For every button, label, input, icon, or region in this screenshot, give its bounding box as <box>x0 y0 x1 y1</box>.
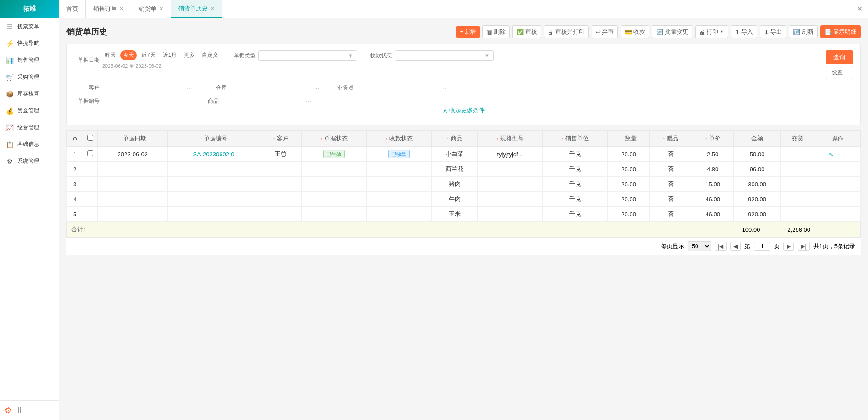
row1-more-btn[interactable]: ⋮⋮ <box>837 152 847 157</box>
row1-trade <box>780 147 815 162</box>
row1-select[interactable] <box>87 150 93 156</box>
row1-doc-no[interactable]: SA-20230602-0 <box>168 147 260 162</box>
salesperson-input[interactable] <box>356 84 438 92</box>
row1-price: 2.50 <box>692 147 733 162</box>
col-gift[interactable]: ↕ 赠品 <box>650 131 692 147</box>
date-tab-yesterday[interactable]: 昨天 <box>102 50 119 60</box>
row1-edit-btn[interactable]: ✎ <box>829 152 833 157</box>
sidebar-item-finance[interactable]: 💰 资金管理 <box>0 102 59 119</box>
print-button[interactable]: 🖨 打印 ▼ <box>695 25 728 38</box>
tab-sales-order[interactable]: 销售订单 ✕ <box>86 0 131 18</box>
warehouse-dots[interactable]: ··· <box>314 85 320 92</box>
sidebar-item-sales[interactable]: 📊 销售管理 <box>0 52 59 69</box>
tab-sales-delivery-close[interactable]: ✕ <box>159 6 163 12</box>
date-tab-1month[interactable]: 近1月 <box>160 50 180 60</box>
page-label: 第 <box>744 242 750 250</box>
row1-doc-status-badge: 已生效 <box>323 150 345 158</box>
col-price[interactable]: ↕ 单价 <box>692 131 733 147</box>
basicinfo-icon: 📋 <box>5 141 14 148</box>
page-content: 销货单历史 + 新增 🗑 删除 ✅ 审核 🖨 审核并打印 ↩ 弃审 <box>59 18 868 420</box>
last-page-button[interactable]: ▶| <box>798 242 809 251</box>
row1-customer: 王总 <box>260 147 301 162</box>
settings-bottom-icon[interactable]: ⚙ <box>5 405 12 415</box>
row4-index: 4 <box>67 192 83 207</box>
page-input[interactable] <box>754 242 770 251</box>
customer-input[interactable] <box>102 84 184 92</box>
date-filter-item: 单据日期 昨天 今天 近7天 近1月 更多 自定义 2023-06-02 至 2… <box>74 50 221 70</box>
export-button[interactable]: ⬇ 导出 <box>760 25 786 38</box>
sidebar-item-operations[interactable]: 📈 经营管理 <box>0 119 59 136</box>
salesperson-dots[interactable]: ··· <box>441 85 447 92</box>
collapse-button[interactable]: ∧ 收起更多条件 <box>443 106 485 115</box>
col-trade: 交货 <box>780 131 815 147</box>
col-unit[interactable]: ↕ 销售单位 <box>542 131 607 147</box>
date-filter-label: 单据日期 <box>74 56 100 64</box>
query-button[interactable]: 查询 <box>826 50 853 64</box>
filter-row-1: 单据日期 昨天 今天 近7天 近1月 更多 自定义 2023-06-02 至 2… <box>74 50 853 79</box>
table-row: 5 玉米 千克 20.00 否 46.00 920.00 <box>67 207 861 222</box>
collect-button[interactable]: 💳 收款 <box>621 25 649 38</box>
col-pay-status[interactable]: ↕ 收款状态 <box>366 131 431 147</box>
row4-unit: 千克 <box>542 192 607 207</box>
batch-change-button[interactable]: 🔄 批量变更 <box>652 25 692 38</box>
review-button[interactable]: ✅ 审核 <box>512 25 541 38</box>
select-all-checkbox[interactable] <box>87 135 93 141</box>
warehouse-input[interactable] <box>230 84 311 92</box>
page-size-select[interactable]: 50 100 200 <box>688 241 711 251</box>
settings-button[interactable]: 设置 <box>826 66 853 79</box>
next-page-button[interactable]: ▶ <box>783 242 794 251</box>
sidebar-item-inventory[interactable]: 📦 库存核算 <box>0 85 59 102</box>
customer-label: 客户 <box>74 84 100 92</box>
filter-actions: 查询 设置 <box>826 50 853 79</box>
date-tab-more[interactable]: 更多 <box>181 50 197 60</box>
date-tab-custom[interactable]: 自定义 <box>199 50 221 60</box>
doc-no-input[interactable] <box>102 97 184 105</box>
row1-doc-no-link[interactable]: SA-20230602-0 <box>193 151 234 158</box>
col-doc-no[interactable]: ↕ 单据编号 <box>168 131 260 147</box>
sidebar-item-basic-info[interactable]: 📋 基础信息 <box>0 136 59 153</box>
tab-sales-order-close[interactable]: ✕ <box>120 6 124 12</box>
doc-type-select[interactable]: ▼ <box>258 50 357 61</box>
col-goods[interactable]: ↕ 商品 <box>431 131 477 147</box>
col-spec[interactable]: ↕ 规格型号 <box>477 131 542 147</box>
prev-page-button[interactable]: ◀ <box>730 242 741 251</box>
tab-sales-history[interactable]: 销货单历史 ✕ <box>171 0 222 18</box>
customer-dots[interactable]: ··· <box>187 85 192 92</box>
row1-date: 2023-06-02 <box>98 147 168 162</box>
col-date[interactable]: ↕ 单据日期 <box>98 131 168 147</box>
sidebar-item-system[interactable]: ⚙ 系统管理 <box>0 153 59 170</box>
col-doc-status[interactable]: ↕ 单据状态 <box>302 131 367 147</box>
goods-dots[interactable]: ··· <box>306 98 311 105</box>
tab-sales-history-close[interactable]: ✕ <box>211 5 215 11</box>
collapse-icon[interactable]: ⏸ <box>15 405 24 415</box>
warehouse-filter: 仓库 ··· <box>201 84 320 92</box>
col-customer[interactable]: ↕ 客户 <box>260 131 301 147</box>
col-qty[interactable]: ↕ 数量 <box>607 131 649 147</box>
row2-action <box>815 162 860 177</box>
row3-amount: 300.00 <box>734 177 780 192</box>
tab-sales-delivery[interactable]: 销货单 ✕ <box>131 0 171 18</box>
tab-home[interactable]: 首页 <box>59 0 86 18</box>
goods-filter: 商品 ··· <box>193 97 311 105</box>
payment-status-select[interactable]: ▼ <box>395 50 494 61</box>
search-icon: ☰ <box>5 23 14 30</box>
date-tab-7days[interactable]: 近7天 <box>139 50 158 60</box>
abandon-button[interactable]: ↩ 弃审 <box>592 25 618 38</box>
sidebar-item-purchase[interactable]: 🛒 采购管理 <box>0 69 59 85</box>
show-detail-button[interactable]: 📑 显示明细 <box>820 25 861 38</box>
first-page-button[interactable]: |◀ <box>715 242 727 251</box>
date-tab-today[interactable]: 今天 <box>120 50 137 60</box>
goods-input[interactable] <box>221 97 303 105</box>
col-action: 操作 <box>815 131 860 147</box>
close-all-tabs[interactable]: ✕ <box>851 5 868 13</box>
import-button[interactable]: ⬆ 导入 <box>731 25 757 38</box>
review-print-button[interactable]: 🖨 审核并打印 <box>544 25 589 38</box>
row3-unit: 千克 <box>542 177 607 192</box>
new-button[interactable]: + 新增 <box>456 26 480 38</box>
refresh-button[interactable]: 🔃 刷新 <box>789 25 818 38</box>
sidebar-item-search[interactable]: ☰ 搜索菜单 <box>0 18 59 35</box>
sidebar-item-quick[interactable]: ⚡ 快捷导航 <box>0 35 59 52</box>
col-settings[interactable]: ⚙ <box>67 131 83 147</box>
delete-button[interactable]: 🗑 删除 <box>482 25 510 38</box>
abandon-icon: ↩ <box>596 29 601 35</box>
